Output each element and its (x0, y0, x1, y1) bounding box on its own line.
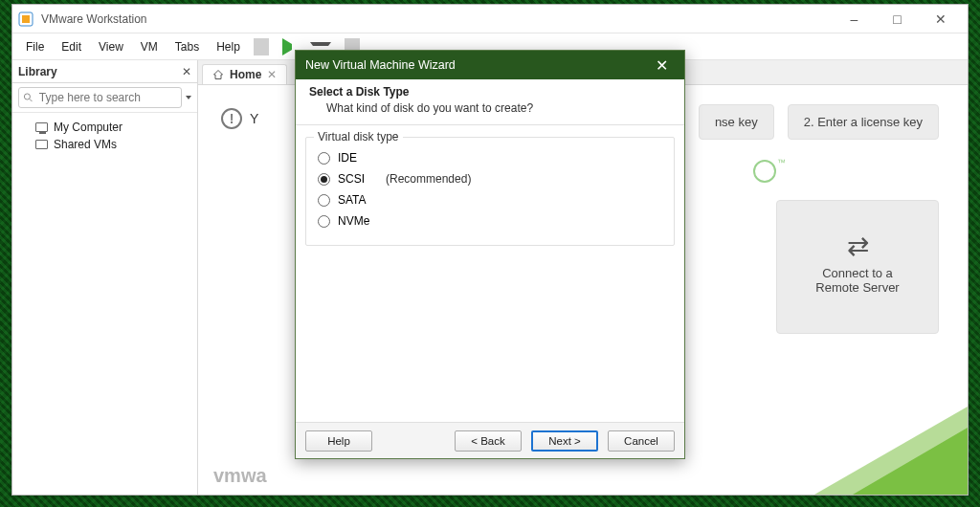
radio-nvme[interactable]: NVMe (316, 210, 664, 231)
dialog-heading: Select a Disk Type (309, 85, 671, 99)
dialog-subheading: What kind of disk do you want to create? (309, 99, 671, 115)
dialog-title-bar: New Virtual Machine Wizard ✕ (296, 51, 684, 79)
library-sidebar: Library ✕ My Computer Shared VMs (12, 60, 198, 495)
disk-type-group: Virtual disk type IDE SCSI (Recommended)… (305, 137, 675, 246)
group-title: Virtual disk type (314, 130, 403, 143)
license-key-button-partial[interactable]: nse key (699, 104, 774, 140)
title-bar: VMware Workstation – □ ✕ (12, 5, 968, 33)
dialog-close-button[interactable]: ✕ (648, 55, 675, 76)
radio-scsi[interactable]: SCSI (Recommended) (316, 168, 664, 189)
home-button-row: nse key 2. Enter a license key (699, 104, 939, 140)
menu-view[interactable]: View (91, 37, 131, 56)
menu-tabs[interactable]: Tabs (167, 37, 207, 56)
app-title: VMware Workstation (41, 12, 146, 26)
help-button[interactable]: Help (305, 430, 372, 452)
search-dropdown-icon[interactable] (186, 96, 191, 99)
cancel-button[interactable]: Cancel (608, 430, 675, 452)
app-icon (18, 11, 33, 27)
info-icon: ! (221, 108, 242, 129)
library-header: Library ✕ (12, 60, 197, 83)
next-button[interactable]: Next > (531, 430, 598, 452)
decor-corner (853, 428, 968, 495)
radio-icon (318, 173, 330, 186)
new-vm-wizard-dialog: New Virtual Machine Wizard ✕ Select a Di… (295, 50, 685, 459)
tree-item-shared-vms[interactable]: Shared VMs (16, 136, 193, 153)
library-search-row (12, 83, 197, 113)
dialog-header: Select a Disk Type What kind of disk do … (296, 79, 684, 125)
dialog-body: Virtual disk type IDE SCSI (Recommended)… (296, 125, 684, 422)
radio-ide[interactable]: IDE (316, 147, 664, 168)
window-maximize-button[interactable]: □ (876, 6, 919, 33)
radio-label: IDE (338, 151, 357, 165)
dialog-title: New Virtual Machine Wizard (305, 58, 456, 72)
tab-home-label: Home (230, 68, 261, 81)
search-input[interactable] (37, 90, 177, 105)
connect-remote-tile[interactable]: ⇄ Connect to a Remote Server (776, 200, 939, 334)
back-button[interactable]: < Back (455, 430, 522, 452)
menu-separator (254, 38, 269, 55)
enter-license-key-button[interactable]: 2. Enter a license key (788, 104, 939, 140)
svg-rect-1 (22, 15, 30, 23)
vmware-logo: vmwa (213, 465, 267, 487)
tab-home[interactable]: Home ✕ (202, 64, 287, 84)
tree-item-label: My Computer (54, 121, 122, 134)
menu-file[interactable]: File (18, 37, 52, 56)
shared-icon (35, 140, 48, 149)
radio-icon (318, 152, 330, 165)
svg-line-3 (30, 99, 33, 101)
home-icon (212, 69, 224, 80)
dialog-footer: Help < Back Next > Cancel (296, 422, 684, 458)
radio-icon (318, 194, 330, 207)
radio-label: NVMe (338, 214, 369, 228)
tab-home-close[interactable]: ✕ (267, 68, 277, 81)
recommended-label: (Recommended) (386, 172, 471, 186)
tile-label: Connect to a Remote Server (815, 266, 899, 295)
menu-vm[interactable]: VM (133, 37, 166, 56)
radio-label: SATA (338, 193, 367, 207)
radio-label: SCSI (338, 172, 365, 186)
menu-edit[interactable]: Edit (54, 37, 89, 56)
library-search-box[interactable] (18, 87, 182, 108)
library-title: Library (18, 65, 57, 78)
window-minimize-button[interactable]: – (833, 6, 876, 33)
window-close-button[interactable]: ✕ (919, 6, 962, 33)
tree-item-my-computer[interactable]: My Computer (16, 119, 193, 136)
notice-text: Y (250, 111, 258, 126)
radio-icon (318, 215, 330, 228)
double-arrow-icon: ⇄ (847, 239, 869, 254)
brand-mark-icon (753, 160, 776, 183)
library-tree: My Computer Shared VMs (12, 113, 197, 159)
search-icon (23, 92, 33, 103)
computer-icon (35, 122, 48, 132)
svg-point-2 (24, 94, 30, 99)
tree-item-label: Shared VMs (54, 138, 117, 151)
menu-help[interactable]: Help (209, 37, 248, 56)
library-close-button[interactable]: ✕ (182, 65, 191, 78)
radio-sata[interactable]: SATA (316, 189, 664, 210)
